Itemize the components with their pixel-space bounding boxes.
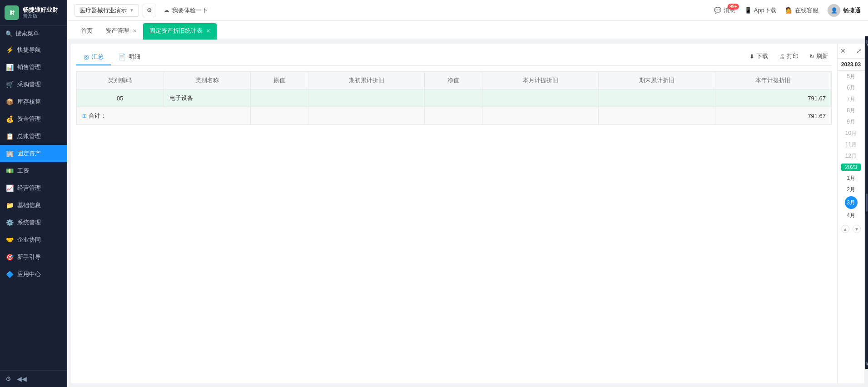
sidebar-item-sales[interactable]: 📊 销售管理 — [0, 59, 67, 76]
active-month-3[interactable]: 3月 — [845, 196, 858, 209]
sidebar-item-quick-nav[interactable]: ⚡ 快捷导航 — [0, 41, 67, 59]
topbar-right: 💬 消息 99+ 📱 App下载 💁 在线客服 👤 畅捷通 — [714, 4, 861, 17]
print-button[interactable]: 🖨 打印 — [775, 50, 802, 62]
search-icon: 🔍 — [5, 30, 13, 37]
sidebar-item-finance[interactable]: 💰 资金管理 — [0, 110, 67, 128]
col-original-value: 原值 — [251, 72, 308, 89]
sidebar-item-fixed-assets[interactable]: 🏢 固定资产 — [0, 145, 67, 162]
user-menu[interactable]: 👤 畅捷通 — [828, 4, 861, 17]
summary-closing-accum-depr — [599, 107, 715, 125]
tab-depreciation-label: 固定资产折旧统计表 — [149, 27, 203, 35]
year-tag[interactable]: 2023 — [841, 164, 861, 171]
sidebar-item-label: 应用中心 — [17, 270, 41, 278]
sidebar-item-app-center[interactable]: 🔷 应用中心 — [0, 266, 67, 283]
guide-icon: 🎯 — [5, 253, 14, 261]
tab-depreciation-close[interactable]: ✕ — [206, 28, 210, 34]
print-label: 打印 — [787, 52, 799, 60]
sidebar-item-ledger[interactable]: 📋 总账管理 — [0, 128, 67, 145]
service-icon: 💁 — [785, 7, 793, 14]
panel-nav: ▲ ▼ — [838, 221, 864, 237]
message-icon: 💬 — [714, 7, 721, 14]
user-name: 畅捷通 — [843, 6, 861, 15]
nav-next-button[interactable]: ▼ — [853, 225, 861, 233]
sub-tab-detail[interactable]: 📄 明细 — [111, 49, 148, 65]
month-item[interactable]: 12月 — [838, 150, 864, 162]
collapse-icon[interactable]: ◀◀ — [17, 375, 27, 382]
month-item[interactable]: 1月 — [838, 173, 864, 184]
settings-icon[interactable]: ⚙ — [5, 375, 11, 382]
col-name: 类别名称 — [164, 72, 251, 89]
message-button[interactable]: 💬 消息 99+ — [714, 6, 735, 15]
ledger-icon: 📋 — [5, 132, 14, 140]
month-item[interactable]: 4月 — [838, 210, 864, 221]
scroll-up-arrow[interactable]: ▲ — [866, 40, 868, 44]
table-row: 05 电子设备 791.67 — [77, 89, 832, 107]
cell-opening-accum-depr — [308, 89, 425, 107]
system-icon: ⚙️ — [5, 218, 14, 227]
download-button[interactable]: ⬇ 下载 — [746, 50, 772, 62]
tab-asset-mgmt-label: 资产管理 — [105, 27, 129, 35]
sidebar-item-enterprise[interactable]: 🤝 企业协同 — [0, 231, 67, 248]
cell-original-value — [251, 89, 308, 107]
panel-expand-button[interactable]: ⤢ — [856, 47, 862, 55]
col-current-month-depr: 本月计提折旧 — [482, 72, 599, 89]
sidebar-item-label: 库存核算 — [17, 98, 41, 106]
sidebar-item-label: 采购管理 — [17, 80, 41, 89]
sidebar-item-operations[interactable]: 📈 经营管理 — [0, 179, 67, 197]
app-center-icon: 🔷 — [5, 270, 14, 278]
scroll-down-arrow[interactable]: ▼ — [866, 362, 868, 365]
month-item[interactable]: 10月 — [838, 128, 864, 139]
month-item[interactable]: 5月 — [838, 71, 864, 82]
purchase-icon: 🛒 — [5, 80, 14, 89]
sales-icon: 📊 — [5, 63, 14, 71]
sidebar-footer: ⚙ ◀◀ — [0, 370, 67, 387]
topbar: 医疗器械行业演示 ▼ ⚙ ☁ 我要体验一下 💬 消息 99+ 📱 App下载 💁… — [67, 0, 868, 21]
fixed-assets-icon: 🏢 — [5, 149, 14, 158]
panel-close-button[interactable]: ✕ — [840, 47, 846, 55]
sub-tab-detail-label: 明细 — [129, 53, 140, 61]
download-icon: 📱 — [744, 7, 752, 14]
sidebar-item-system[interactable]: ⚙️ 系统管理 — [0, 214, 67, 231]
sidebar-item-payroll[interactable]: 💵 工资 — [0, 162, 67, 179]
year-section: 2023 — [838, 162, 864, 173]
cell-current-month-depr — [482, 89, 599, 107]
settings-button[interactable]: ⚙ — [143, 4, 156, 17]
app-title: 畅捷通好业财 — [23, 6, 58, 14]
sidebar-item-label: 企业协同 — [17, 236, 41, 244]
nav-prev-button[interactable]: ▲ — [841, 225, 849, 233]
summary-label-cell: ⊞ 合计： — [77, 107, 251, 125]
month-item[interactable]: 6月 — [838, 82, 864, 94]
company-selector[interactable]: 医疗器械行业演示 ▼ — [74, 4, 139, 17]
online-service-button[interactable]: 💁 在线客服 — [785, 6, 818, 15]
experience-button[interactable]: ☁ 我要体验一下 — [164, 6, 208, 15]
month-item[interactable]: 7月 — [838, 94, 864, 105]
month-item[interactable]: 11月 — [838, 139, 864, 150]
summary-net-value — [425, 107, 482, 125]
tab-asset-mgmt-close[interactable]: ✕ — [133, 28, 137, 34]
cell-current-year-depr: 791.67 — [715, 89, 831, 107]
month-item[interactable]: 8月 — [838, 105, 864, 116]
sidebar-item-guide[interactable]: 🎯 新手引导 — [0, 248, 67, 266]
summary-expand-icon[interactable]: ⊞ — [82, 113, 87, 119]
finance-icon: 💰 — [5, 115, 14, 123]
tab-home[interactable]: 首页 — [74, 23, 99, 40]
sidebar-item-inventory[interactable]: 📦 库存核算 — [0, 93, 67, 110]
app-title-group: 畅捷通好业财 普及版 — [23, 6, 58, 20]
sidebar-item-basic-info[interactable]: 📁 基础信息 — [0, 197, 67, 214]
summary-row: ⊞ 合计： 791.67 — [77, 107, 832, 125]
sub-tab-summary[interactable]: ◎ 汇总 — [76, 49, 111, 65]
month-item[interactable]: 9月 — [838, 116, 864, 128]
refresh-button[interactable]: ↻ 刷新 — [806, 50, 832, 62]
footer-icons: ⚙ ◀◀ — [5, 375, 27, 382]
cloud-icon: ☁ — [164, 7, 169, 14]
download-icon: ⬇ — [749, 53, 754, 60]
tab-asset-mgmt[interactable]: 资产管理 ✕ — [99, 23, 143, 40]
download-label: 下载 — [756, 52, 768, 60]
tab-depreciation[interactable]: 固定资产折旧统计表 ✕ — [143, 23, 217, 40]
current-period: 2023.03 — [838, 59, 864, 71]
month-item[interactable]: 2月 — [838, 184, 864, 195]
app-download-button[interactable]: 📱 App下载 — [744, 6, 776, 15]
sidebar-header: 财 畅捷通好业财 普及版 — [0, 0, 67, 26]
sidebar-item-purchase[interactable]: 🛒 采购管理 — [0, 76, 67, 93]
search-menu-item[interactable]: 🔍 搜索菜单 — [0, 26, 67, 41]
